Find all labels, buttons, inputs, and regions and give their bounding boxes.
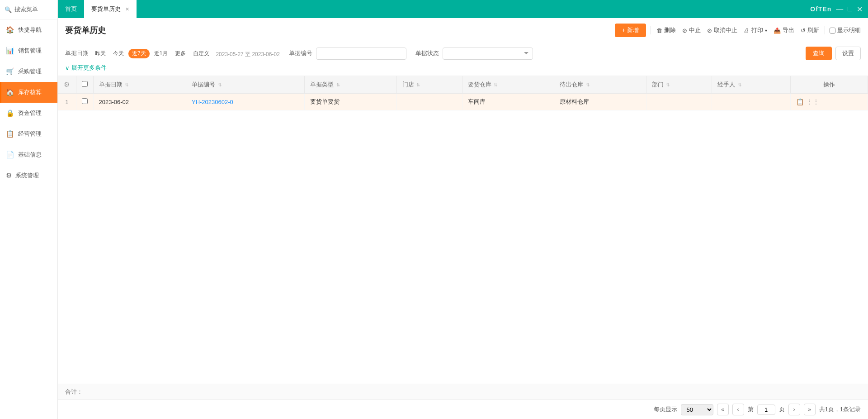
page-suffix: 页 — [779, 405, 785, 414]
home-icon: 🏠 — [6, 26, 14, 34]
th-type[interactable]: 单据类型 ⇅ — [305, 76, 397, 94]
filter-area: 单据日期 昨天 今天 近7天 近1月 更多 自定义 2023-05-27 至 2… — [58, 41, 868, 76]
date-yesterday-btn[interactable]: 昨天 — [92, 49, 108, 58]
status-select[interactable] — [443, 48, 533, 60]
print-button[interactable]: 🖨 打印 ▾ — [743, 24, 768, 36]
status-label: 单据状态 — [415, 49, 439, 57]
table-header-row: ⚙ 单据日期 ⇅ 单据编号 ⇅ — [58, 76, 868, 94]
th-req-warehouse[interactable]: 要货仓库 ⇅ — [462, 76, 554, 94]
sidebar-item-label: 库存核算 — [18, 88, 42, 96]
date-custom-btn[interactable]: 自定义 — [190, 49, 212, 58]
display-detail-toggle[interactable]: 显示明细 — [830, 26, 861, 34]
sidebar-item-purchase[interactable]: 🛒 采购管理 — [0, 61, 57, 82]
query-button[interactable]: 查询 — [806, 47, 832, 60]
row-number-link[interactable]: YH-20230602-0 — [192, 99, 233, 105]
sidebar-item-quick-nav[interactable]: 🏠 快捷导航 — [0, 19, 57, 40]
main-area: 首页 要货单历史 ✕ OfTEn — □ ✕ 要货单历史 + 新增 🗑 删除 — [58, 0, 868, 419]
th-req-warehouse-label: 要货仓库 — [468, 81, 491, 88]
date-filter-label: 单据日期 — [65, 49, 89, 57]
sort-type-icon: ⇅ — [336, 82, 340, 87]
th-number[interactable]: 单据编号 ⇅ — [186, 76, 304, 94]
th-date-label: 单据日期 — [99, 81, 123, 88]
row-store — [396, 94, 462, 110]
tab-close-icon[interactable]: ✕ — [125, 6, 129, 12]
export-button[interactable]: 📤 导出 — [773, 24, 795, 36]
date-last7days-btn[interactable]: 近7天 — [128, 49, 150, 58]
prev-page-btn[interactable]: ‹ — [732, 404, 744, 415]
date-more-btn[interactable]: 更多 — [172, 49, 189, 58]
row-view-icon[interactable]: 📋 — [796, 98, 804, 105]
summary-label: 合计： — [65, 388, 83, 396]
content-area: 要货单历史 + 新增 🗑 删除 ⊘ 中止 ⊘ 取消中止 🖨 打 — [58, 18, 868, 419]
sidebar-item-label: 采购管理 — [18, 67, 42, 76]
row-index: 1 — [58, 94, 76, 110]
th-store[interactable]: 门店 ⇅ — [396, 76, 462, 94]
column-settings-icon[interactable]: ⚙ — [64, 81, 70, 88]
export-icon: 📤 — [774, 27, 781, 34]
next-page-btn[interactable]: › — [788, 404, 800, 415]
th-pending-warehouse-label: 待出仓库 — [560, 81, 583, 88]
add-button[interactable]: + 新增 — [615, 24, 646, 37]
topbar: 首页 要货单历史 ✕ OfTEn — □ ✕ — [58, 0, 868, 18]
print-dropdown-icon: ▾ — [765, 28, 767, 33]
th-department[interactable]: 部门 ⇅ — [646, 76, 712, 94]
stop-button[interactable]: ⊘ 中止 — [681, 24, 702, 36]
sidebar-item-system[interactable]: ⚙ 系统管理 — [0, 165, 57, 186]
first-page-btn[interactable]: « — [717, 404, 729, 415]
data-table: ⚙ 单据日期 ⇅ 单据编号 ⇅ — [58, 76, 868, 110]
status-filter-item: 单据状态 — [415, 48, 533, 60]
cancel-stop-label: 取消中止 — [714, 26, 737, 34]
window-minimize-icon[interactable]: — — [836, 5, 843, 13]
delete-button[interactable]: 🗑 删除 — [656, 24, 677, 36]
sidebar-item-finance[interactable]: 🔒 资金管理 — [0, 103, 57, 124]
date-last-month-btn[interactable]: 近1月 — [151, 49, 171, 58]
doc-number-filter-item: 单据编号 — [289, 48, 406, 60]
select-all-checkbox[interactable] — [82, 81, 88, 87]
expand-label: 展开更多条件 — [71, 64, 107, 72]
window-maximize-icon[interactable]: □ — [848, 5, 852, 13]
toolbar-divider-2 — [825, 26, 825, 34]
row-req-warehouse: 车间库 — [462, 94, 554, 110]
tab-requisition-history[interactable]: 要货单历史 ✕ — [84, 0, 137, 18]
row-edit-icon[interactable]: ⋮⋮ — [807, 98, 819, 105]
th-number-label: 单据编号 — [192, 81, 215, 88]
sales-icon: 📊 — [6, 47, 14, 55]
th-store-label: 门店 — [402, 81, 414, 88]
sidebar-item-basic-info[interactable]: 📄 基础信息 — [0, 144, 57, 165]
tab-requisition-label: 要货单历史 — [91, 5, 121, 13]
settings-button[interactable]: 设置 — [835, 47, 861, 60]
th-handler-label: 经手人 — [717, 81, 735, 88]
sidebar-item-label: 资金管理 — [18, 109, 42, 117]
sort-number-icon: ⇅ — [218, 82, 222, 87]
row-checkbox[interactable] — [82, 98, 88, 104]
page-size-label: 每页显示 — [654, 405, 677, 414]
tab-home[interactable]: 首页 — [58, 0, 84, 18]
refresh-button[interactable]: ↺ 刷新 — [800, 24, 820, 36]
sidebar-item-operations[interactable]: 📋 经营管理 — [0, 124, 57, 144]
page-number-input[interactable] — [757, 405, 775, 415]
cancel-stop-button[interactable]: ⊘ 取消中止 — [706, 24, 738, 36]
expand-more-btn[interactable]: ∨ 展开更多条件 — [65, 64, 861, 72]
basic-info-icon: 📄 — [6, 151, 14, 159]
row-pending-warehouse: 原材料仓库 — [554, 94, 646, 110]
sidebar-item-inventory[interactable]: 🏠 库存核算 — [0, 82, 57, 103]
th-checkbox — [76, 76, 93, 94]
display-detail-checkbox[interactable] — [830, 28, 835, 33]
sidebar-search[interactable]: 🔍 搜索菜单 — [0, 0, 57, 19]
th-actions: 操作 — [791, 76, 868, 94]
th-date[interactable]: 单据日期 ⇅ — [93, 76, 186, 94]
page-size-select[interactable]: 50 10 20 100 — [681, 404, 713, 415]
search-icon: 🔍 — [5, 6, 12, 13]
filter-row-1: 单据日期 昨天 今天 近7天 近1月 更多 自定义 2023-05-27 至 2… — [65, 47, 861, 60]
stop-icon: ⊘ — [682, 27, 687, 34]
doc-number-input[interactable] — [316, 48, 406, 60]
window-close-icon[interactable]: ✕ — [857, 5, 863, 14]
date-filter-item: 单据日期 昨天 今天 近7天 近1月 更多 自定义 2023-05-27 至 2… — [65, 49, 280, 58]
sidebar-item-sales[interactable]: 📊 销售管理 — [0, 40, 57, 61]
th-handler[interactable]: 经手人 ⇅ — [712, 76, 790, 94]
date-today-btn[interactable]: 今天 — [110, 49, 127, 58]
purchase-icon: 🛒 — [6, 67, 14, 76]
row-type: 要货单要货 — [305, 94, 397, 110]
last-page-btn[interactable]: » — [804, 404, 816, 415]
th-pending-warehouse[interactable]: 待出仓库 ⇅ — [554, 76, 646, 94]
